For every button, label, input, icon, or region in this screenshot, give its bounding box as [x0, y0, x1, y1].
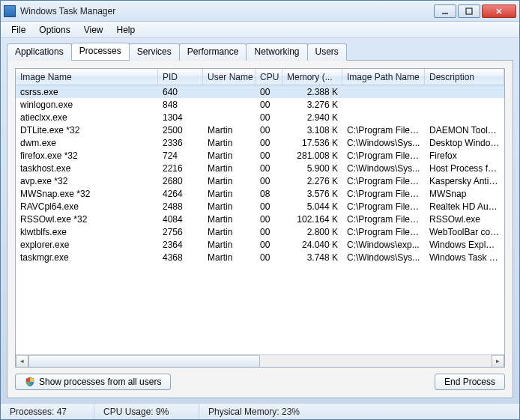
cell-image-path: C:\Program Files... [342, 125, 425, 136]
tab-users[interactable]: Users [307, 43, 347, 61]
cell-image-path: C:\Windows\Sys... [342, 138, 425, 148]
cell-cpu: 00 [256, 138, 282, 148]
status-processes: Processes: 47 [1, 404, 94, 419]
cell-description: Windows Task Manage [425, 252, 504, 263]
scroll-right-button[interactable]: ▸ [492, 355, 504, 368]
cell-cpu: 00 [256, 201, 282, 212]
cell-cpu: 00 [256, 214, 282, 225]
statusbar: Processes: 47 CPU Usage: 9% Physical Mem… [1, 403, 519, 419]
menu-options[interactable]: Options [33, 23, 76, 37]
cell-memory: 17.536 K [282, 138, 342, 148]
cell-user-name: Martin [203, 214, 256, 225]
cell-memory: 24.040 K [282, 240, 342, 250]
cell-pid: 4264 [158, 189, 203, 199]
cell-image-path: C:\Program Files... [342, 201, 425, 212]
cell-memory: 5.044 K [282, 201, 342, 212]
cell-image-path: C:\Program Files... [342, 176, 425, 186]
scroll-thumb[interactable] [28, 355, 260, 368]
cell-image-path: C:\Program Files... [342, 227, 425, 237]
cell-pid: 2680 [158, 176, 203, 186]
tab-networking[interactable]: Networking [246, 43, 307, 61]
cell-memory: 2.276 K [282, 176, 342, 186]
cell-cpu: 00 [256, 240, 282, 250]
cell-image-name: avp.exe *32 [16, 176, 158, 186]
table-row[interactable]: avp.exe *322680Martin002.276 KC:\Program… [16, 174, 504, 187]
col-image-path[interactable]: Image Path Name [342, 69, 425, 85]
cell-user-name: Martin [203, 252, 256, 263]
close-button[interactable] [482, 4, 516, 18]
cell-memory: 5.900 K [282, 163, 342, 174]
tab-performance[interactable]: Performance [179, 43, 247, 61]
table-row[interactable]: RAVCpl64.exe2488Martin005.044 KC:\Progra… [16, 200, 504, 213]
column-headers: Image Name PID User Name CPU Memory (...… [16, 69, 504, 85]
tab-applications[interactable]: Applications [7, 43, 72, 61]
cell-memory: 2.388 K [282, 87, 342, 97]
tab-processes[interactable]: Processes [71, 43, 130, 60]
window-title: Windows Task Manager [20, 6, 434, 16]
cell-memory: 3.748 K [282, 252, 342, 263]
cell-description: Windows Explorer [425, 240, 504, 250]
cell-image-name: RSSOwl.exe *32 [16, 214, 158, 225]
cell-description: DAEMON Tools Lite [425, 125, 504, 136]
col-pid[interactable]: PID [158, 69, 203, 85]
scroll-track[interactable] [28, 355, 492, 368]
cell-image-name: RAVCpl64.exe [16, 201, 158, 212]
cell-user-name: Martin [203, 201, 256, 212]
cell-cpu: 00 [256, 176, 282, 186]
cell-cpu: 00 [256, 125, 282, 136]
end-process-button[interactable]: End Process [435, 374, 505, 390]
col-user-name[interactable]: User Name [203, 69, 256, 85]
table-row[interactable]: firefox.exe *32724Martin00281.008 KC:\Pr… [16, 149, 504, 162]
menubar: File Options View Help [1, 22, 519, 38]
table-row[interactable]: taskmgr.exe4368Martin003.748 KC:\Windows… [16, 251, 504, 264]
cell-pid: 4084 [158, 214, 203, 225]
cell-image-name: atieclxx.exe [16, 112, 158, 123]
cell-user-name: Martin [203, 227, 256, 237]
col-description[interactable]: Description [425, 69, 504, 85]
table-row[interactable]: atieclxx.exe1304002.940 K [16, 111, 504, 124]
cell-image-name: winlogon.exe [16, 100, 158, 110]
cell-user-name: Martin [203, 176, 256, 186]
show-all-users-button[interactable]: Show processes from all users [15, 374, 171, 390]
table-row[interactable]: klwtblfs.exe2756Martin002.800 KC:\Progra… [16, 225, 504, 238]
table-row[interactable]: dwm.exe2336Martin0017.536 KC:\Windows\Sy… [16, 136, 504, 149]
table-row[interactable]: csrss.exe640002.388 K [16, 85, 504, 98]
table-row[interactable]: winlogon.exe848003.276 K [16, 98, 504, 111]
scroll-left-button[interactable]: ◂ [16, 355, 28, 368]
menu-file[interactable]: File [5, 23, 31, 37]
cell-image-path: C:\Program Files... [342, 150, 425, 161]
cell-cpu: 08 [256, 189, 282, 199]
cell-user-name: Martin [203, 189, 256, 199]
cell-user-name: Martin [203, 138, 256, 148]
maximize-button[interactable] [458, 4, 480, 18]
cell-description: MWSnap [425, 189, 504, 199]
tab-services[interactable]: Services [129, 43, 180, 61]
table-row[interactable]: RSSOwl.exe *324084Martin00102.164 KC:\Pr… [16, 213, 504, 225]
cell-image-name: explorer.exe [16, 240, 158, 250]
table-row[interactable]: DTLite.exe *322500Martin003.108 KC:\Prog… [16, 124, 504, 136]
horizontal-scrollbar[interactable]: ◂ ▸ [16, 354, 504, 367]
cell-image-name: taskhost.exe [16, 163, 158, 174]
table-row[interactable]: explorer.exe2364Martin0024.040 KC:\Windo… [16, 238, 504, 251]
titlebar[interactable]: Windows Task Manager [1, 1, 519, 22]
cell-image-name: MWSnap.exe *32 [16, 189, 158, 199]
menu-help[interactable]: Help [111, 23, 142, 37]
table-row[interactable]: taskhost.exe2216Martin005.900 KC:\Window… [16, 162, 504, 174]
cell-memory: 281.008 K [282, 150, 342, 161]
cell-cpu: 00 [256, 227, 282, 237]
cell-user-name: Martin [203, 163, 256, 174]
col-memory[interactable]: Memory (... [282, 69, 342, 85]
list-body[interactable]: csrss.exe640002.388 Kwinlogon.exe848003.… [16, 85, 504, 354]
minimize-button[interactable] [434, 4, 456, 18]
menu-view[interactable]: View [78, 23, 109, 37]
cell-pid: 724 [158, 150, 203, 161]
cell-pid: 2488 [158, 201, 203, 212]
table-row[interactable]: MWSnap.exe *324264Martin083.576 KC:\Prog… [16, 187, 504, 200]
cell-cpu: 00 [256, 112, 282, 123]
cell-user-name: Martin [203, 240, 256, 250]
col-image-name[interactable]: Image Name [16, 69, 158, 85]
cell-description: Desktop Window Man... [425, 138, 504, 148]
col-cpu[interactable]: CPU [256, 69, 282, 85]
cell-cpu: 00 [256, 163, 282, 174]
process-list: Image Name PID User Name CPU Memory (...… [15, 68, 505, 368]
